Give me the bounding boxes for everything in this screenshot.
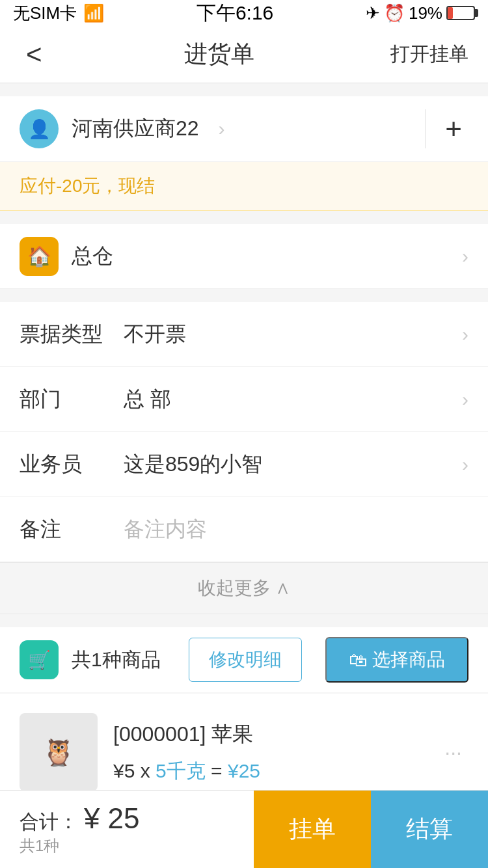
- total-label: 合计：: [20, 811, 78, 832]
- price-value: ¥5: [113, 760, 135, 781]
- carrier-text: 无SIM卡: [13, 2, 77, 25]
- warehouse-row[interactable]: 🏠 总仓 ›: [0, 224, 488, 289]
- alarm-icon: ⏰: [384, 3, 405, 23]
- battery-icon: [446, 6, 475, 20]
- total-amount: ¥ 25: [84, 802, 140, 834]
- product-more-button[interactable]: ···: [438, 734, 468, 771]
- product-code: [0000001]: [113, 722, 206, 746]
- supplier-name: 河南供应商22: [72, 115, 199, 143]
- salesperson-chevron-icon: ›: [462, 454, 468, 476]
- supplier-avatar: 👤: [20, 109, 59, 148]
- salesperson-row[interactable]: 业务员 这是859的小智 ›: [0, 432, 488, 497]
- status-time: 下午6:16: [197, 0, 273, 27]
- page-title: 进货单: [184, 38, 254, 70]
- salesperson-value: 这是859的小智: [124, 450, 442, 479]
- department-value: 总 部: [124, 385, 442, 414]
- collapse-label: 收起更多 ∧: [198, 576, 291, 601]
- divider: [425, 109, 426, 148]
- open-hang-button[interactable]: 打开挂单: [390, 41, 468, 68]
- supplier-section: 👤 河南供应商22 › +: [0, 96, 488, 162]
- nav-bar: < 进货单 打开挂单: [0, 26, 488, 83]
- department-label: 部门: [20, 385, 111, 414]
- footer-total: 合计： ¥ 25 共1种: [0, 802, 254, 856]
- wifi-icon: 📶: [83, 3, 104, 23]
- hang-label: 挂单: [289, 813, 336, 845]
- remark-input[interactable]: 备注内容: [124, 515, 468, 544]
- salesperson-label: 业务员: [20, 450, 111, 479]
- cart-icon: 🛍: [349, 649, 367, 671]
- invoice-type-label: 票据类型: [20, 320, 111, 349]
- product-count: 共1种商品: [72, 647, 176, 673]
- remark-label: 备注: [20, 515, 111, 544]
- footer: 合计： ¥ 25 共1种 挂单 结算: [0, 790, 488, 868]
- department-row[interactable]: 部门 总 部 ›: [0, 367, 488, 432]
- total-sub: 共1种: [20, 835, 234, 856]
- invoice-type-row[interactable]: 票据类型 不开票 ›: [0, 302, 488, 367]
- product-name-text: 苹果: [211, 722, 253, 746]
- product-icon: 🛒: [20, 640, 59, 679]
- supplier-select[interactable]: 👤 河南供应商22 ›: [20, 96, 412, 161]
- quantity-value: 5千克: [156, 760, 206, 781]
- status-bar: 无SIM卡 📶 下午6:16 ✈ ⏰ 19%: [0, 0, 488, 26]
- price-separator: x: [141, 760, 156, 781]
- warehouse-chevron-icon: ›: [462, 245, 468, 267]
- add-supplier-button[interactable]: +: [439, 106, 468, 152]
- supplier-chevron-icon: ›: [219, 118, 225, 140]
- pay-label: 结算: [406, 813, 453, 845]
- total-value: ¥25: [228, 760, 260, 781]
- info-banner: 应付-20元，现结: [0, 162, 488, 211]
- status-bar-left: 无SIM卡 📶: [13, 2, 104, 25]
- warehouse-name: 总仓: [72, 242, 442, 271]
- product-thumbnail: 🦉: [20, 713, 98, 791]
- product-header: 🛒 共1种商品 修改明细 🛍 选择商品: [0, 627, 488, 692]
- location-icon: ✈: [366, 3, 380, 23]
- collapse-button[interactable]: 收起更多 ∧: [0, 562, 488, 614]
- select-product-button[interactable]: 🛍 选择商品: [325, 637, 468, 683]
- edit-detail-button[interactable]: 修改明细: [189, 638, 302, 682]
- department-chevron-icon: ›: [462, 388, 468, 411]
- pay-button[interactable]: 结算: [371, 791, 488, 869]
- equals-sign: =: [211, 760, 228, 781]
- invoice-chevron-icon: ›: [462, 323, 468, 346]
- back-button[interactable]: <: [20, 33, 49, 77]
- product-name: [0000001] 苹果: [113, 720, 422, 749]
- invoice-type-value: 不开票: [124, 320, 442, 349]
- select-product-label: 选择商品: [372, 647, 445, 672]
- battery-percent: 19%: [409, 3, 442, 23]
- status-bar-right: ✈ ⏰ 19%: [366, 3, 475, 23]
- hang-button[interactable]: 挂单: [254, 791, 371, 869]
- product-info: [0000001] 苹果 ¥5 x 5千克 = ¥25: [113, 720, 422, 785]
- product-price: ¥5 x 5千克 = ¥25: [113, 758, 422, 785]
- remark-row[interactable]: 备注 备注内容: [0, 497, 488, 562]
- warehouse-icon: 🏠: [20, 237, 59, 276]
